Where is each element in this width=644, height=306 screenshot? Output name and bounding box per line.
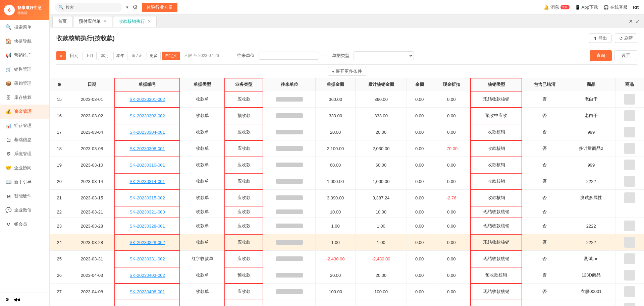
search-icon: 🔍	[58, 5, 64, 10]
date-custom[interactable]: 自定义	[162, 52, 180, 60]
tab-prepay[interactable]: 预付应付单 ✕	[73, 16, 112, 27]
table-row[interactable]: 23 2023-03-28 SK-20230328-001 收款单 应收款 1.…	[50, 218, 644, 234]
cell-balance: 0.00	[407, 251, 432, 267]
settings-icon[interactable]: ⚙	[5, 297, 9, 302]
cell-product-img	[615, 218, 644, 234]
export-icon: ⬆	[593, 36, 597, 41]
tab-prepay-close[interactable]: ✕	[103, 19, 107, 24]
logo-text: 畅康道好生意 标推版	[17, 5, 42, 15]
date-this-year[interactable]: 本年	[113, 52, 127, 60]
cell-include: 否	[522, 218, 567, 234]
operation-icon: 📊	[5, 123, 11, 129]
sidebar-item-hardware[interactable]: 🖥 智能硬件	[0, 189, 49, 203]
table-row[interactable]: 20 2023-03-14 SK-20230314-001 收款单 应收款 1,…	[50, 173, 644, 190]
table-row[interactable]: 25 2023-03-31 SK-20230331-002 红字收款单 应收款 …	[50, 251, 644, 267]
cell-amount: 1.00	[316, 218, 356, 234]
tab-collect[interactable]: 收款核销执行 ✕	[113, 16, 157, 27]
tab-home[interactable]: 首页	[52, 16, 72, 27]
table-row[interactable]: 16 2023-03-02 SK-20230302-002 收款单 预收款 33…	[50, 108, 644, 124]
cell-doc-no: SK-20230302-002	[115, 108, 180, 124]
online-service-item[interactable]: 🎧 在线客服	[603, 4, 628, 10]
col-amount: 单据金额	[316, 78, 356, 91]
doc-type-select[interactable]	[354, 51, 414, 60]
cell-include: 否	[522, 267, 567, 284]
cell-discount: 0.00	[432, 234, 471, 251]
notification-item[interactable]: 🔔 消息 99+	[544, 4, 570, 10]
table-settings-button[interactable]: 设置	[614, 50, 637, 61]
filter-toggle-button[interactable]: »	[56, 51, 66, 60]
sidebar-item-guide[interactable]: 📖 新手引导	[0, 175, 49, 189]
topbar-search-box[interactable]: 🔍	[55, 3, 122, 12]
date-this-month[interactable]: 本月	[98, 52, 112, 60]
table-row[interactable]: 15 2023-03-01 SK-20230301-002 收款单 应收款 36…	[50, 91, 644, 108]
gear-icon[interactable]: ⚙	[132, 4, 138, 11]
topbar: 🔍 ▾ ⚙ 体验行业方案 🔔 消息 99+ 📱 App下载 🎧 在线客服 Rit	[50, 0, 644, 15]
table-row[interactable]: 24 2023-03-28 SK-20230328-002 收款单 应收款 1.…	[50, 234, 644, 251]
cell-date: 2023-03-10	[69, 157, 115, 173]
table-row[interactable]: 22 2023-03-21 SK-20230321-003 收款单 应收款 10…	[50, 206, 644, 218]
tab-close-button[interactable]: ✕	[629, 18, 633, 24]
cell-product: 123D商品	[567, 267, 615, 284]
cell-amount: 360.00	[316, 91, 356, 108]
partner-input[interactable]	[259, 52, 319, 60]
sidebar-item-purchase[interactable]: 📦 采购管理	[0, 76, 49, 90]
table-row[interactable]: 19 2023-03-10 SK-20230310-001 收款单 应收款 60…	[50, 157, 644, 173]
sidebar-item-wechat[interactable]: 💬 企业微信	[0, 203, 49, 217]
date-7days[interactable]: 近7天	[129, 52, 145, 60]
table-row[interactable]: 26 2023-04-03 SK-20230403-002 收款单 预收款 20…	[50, 267, 644, 284]
solution-button[interactable]: 体验行业方案	[142, 3, 177, 12]
cell-product-img	[615, 108, 644, 124]
sidebar-item-quick-nav[interactable]: 🏠 快捷导航	[0, 34, 49, 48]
sidebar-item-system[interactable]: ⚙ 系统管理	[0, 147, 49, 161]
more-filters-dots[interactable]: ···	[323, 52, 328, 59]
cell-doc-type: 收款单	[180, 124, 225, 140]
refresh-button[interactable]: ↺ 刷新	[615, 34, 637, 43]
table-row[interactable]: 17 2023-03-04 SK-20230304-001 收款单 应收款 20…	[50, 124, 644, 140]
table-row[interactable]: 21 2023-03-15 SK-20230315-002 收款单 应收款 3,…	[50, 190, 644, 206]
sidebar-item-inventory[interactable]: 🗄 库存核算	[0, 90, 49, 105]
table-row[interactable]: 27 2023-04-08 SK-20230408-001 收款单 应收款 10…	[50, 284, 644, 300]
sidebar-item-operation[interactable]: 📊 经营管理	[0, 119, 49, 133]
sidebar-item-label: 快捷导航	[14, 38, 32, 44]
user-profile[interactable]: Rit	[633, 5, 639, 10]
col-cancel-type: 核销类型	[471, 78, 522, 91]
cell-date: 2023-03-15	[69, 190, 115, 206]
online-service-label: 在线客服	[610, 4, 628, 10]
query-button[interactable]: 查询	[590, 50, 612, 61]
col-balance: 余额	[407, 78, 432, 91]
search-input[interactable]	[66, 5, 113, 10]
cell-seq: 22	[50, 206, 69, 218]
col-include: 包含已结清	[522, 78, 567, 91]
tab-expand-button[interactable]: ⤢	[636, 18, 640, 24]
data-table: ⚙ 日期 单据编号 单据类型 业务类型 往来单位 单据金额 累计核销金额 余额 …	[50, 78, 644, 306]
col-biz-type: 业务类型	[225, 78, 263, 91]
cell-include: 否	[522, 124, 567, 140]
dropdown-arrow-icon[interactable]: ▾	[126, 5, 128, 10]
date-more[interactable]: 更多	[147, 52, 161, 60]
tab-collect-close[interactable]: ✕	[148, 19, 151, 24]
sidebar-bottom: ⚙ ◀◀	[0, 293, 49, 306]
export-button[interactable]: ⬆ 导出	[589, 34, 611, 43]
refresh-icon: ↺	[619, 36, 623, 41]
sidebar-item-sales[interactable]: 🛒 销售管理	[0, 62, 49, 76]
date-last-month[interactable]: 上月	[83, 52, 97, 60]
sidebar-item-label: 资金管理	[14, 109, 32, 115]
expand-more-button[interactable]: ▾ 展开更多条件	[328, 67, 366, 76]
system-icon: ⚙	[5, 151, 11, 157]
table-row[interactable]: 18 2023-03-08 SK-20230308-001 收款单 应收款 2,…	[50, 140, 644, 157]
table-row[interactable]: 28 2023-04-18 SK-20230418-001 收款单 应收款 10…	[50, 300, 644, 306]
col-settings[interactable]: ⚙	[50, 78, 69, 91]
app-download-item[interactable]: 📱 App下载	[575, 4, 598, 10]
sidebar-item-base-info[interactable]: 🗂 基础信息	[0, 133, 49, 147]
sidebar-item-marketing[interactable]: 📢 营销推广	[0, 48, 49, 62]
cell-product-img	[615, 267, 644, 284]
cell-doc-no: SK-20230408-001	[115, 284, 180, 300]
sidebar-item-finance[interactable]: 💰 资金管理	[0, 105, 49, 119]
sidebar-item-collab[interactable]: 🤝 企业协同	[0, 161, 49, 175]
cell-discount: 0.00	[432, 173, 471, 190]
cell-seq: 15	[50, 91, 69, 108]
sidebar-item-search[interactable]: 🔍 搜索菜单	[0, 20, 49, 34]
sidebar-item-member[interactable]: V 畅会员	[0, 217, 49, 231]
main-area: 🔍 ▾ ⚙ 体验行业方案 🔔 消息 99+ 📱 App下载 🎧 在线客服 Rit	[50, 0, 644, 306]
collapse-icon[interactable]: ◀◀	[13, 297, 20, 302]
